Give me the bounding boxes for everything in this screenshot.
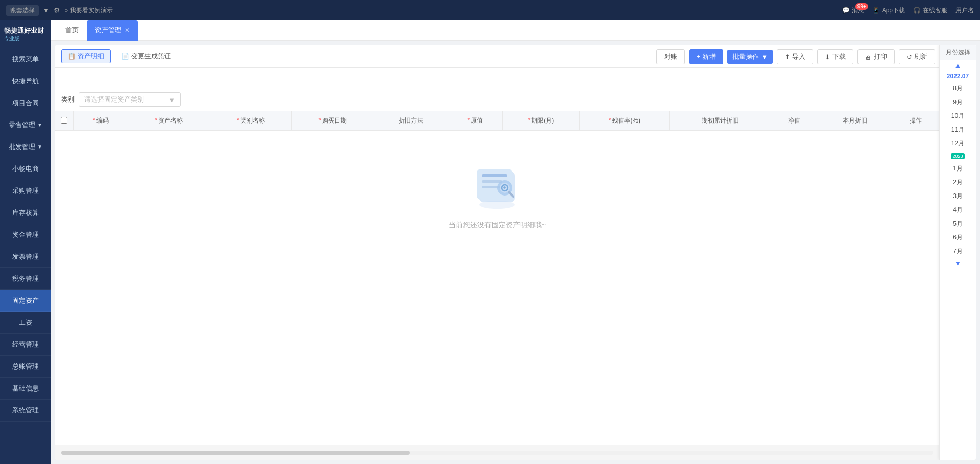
sub-tab-detail-label: 资产明细: [78, 52, 104, 61]
month-4[interactable]: 4月: [940, 203, 976, 217]
year-2023-badge: 2023: [951, 153, 964, 159]
col-code: *编码: [74, 111, 128, 131]
month-3[interactable]: 3月: [940, 189, 976, 203]
category-select-arrow-icon: ▼: [168, 96, 175, 104]
table-area: *编码 *资产名称 *类别名称 *购买日期 折旧方法 *原值 *期限(月) *残…: [55, 111, 939, 445]
month-11[interactable]: 11月: [940, 123, 976, 137]
account-title[interactable]: 账套选择: [6, 5, 39, 16]
sidebar-item-finance[interactable]: 资金管理: [0, 224, 51, 246]
message-icon: 💬: [842, 7, 850, 14]
month-9[interactable]: 9月: [940, 95, 976, 109]
month-panel-header: 月份选择: [940, 45, 976, 60]
sub-tabs: 📋 资产明细 📄 变更生成凭证 对账 + 新增 批量操作 ▼ ⬆ 导入: [55, 45, 976, 68]
month-nav-down[interactable]: ▼: [940, 258, 976, 268]
col-category: *类别名称: [210, 111, 291, 131]
category-select[interactable]: 请选择固定资产类别 ▼: [79, 92, 181, 107]
add-button[interactable]: + 新增: [689, 49, 723, 64]
tab-home[interactable]: 首页: [57, 20, 87, 41]
scrollbar-thumb: [61, 451, 410, 455]
empty-illustration: [467, 161, 528, 212]
svg-rect-3: [482, 174, 507, 177]
inner-page: 📋 资产明细 📄 变更生成凭证 对账 + 新增 批量操作 ▼ ⬆ 导入: [55, 45, 976, 460]
bottom-bar: [55, 445, 939, 460]
month-7[interactable]: 7月: [940, 245, 976, 258]
message-badge: 99+: [855, 3, 868, 10]
col-residual-rate: *残值率(%): [580, 111, 669, 131]
top-bar-right: 💬 消息 99+ 📱 App下载 🎧 在线客服 用户名: [842, 6, 974, 15]
sub-tab-voucher-label: 变更生成凭证: [131, 52, 171, 61]
month-5[interactable]: 5月: [940, 217, 976, 231]
sidebar-item-salary[interactable]: 工资: [0, 312, 51, 334]
sidebar-item-ledger[interactable]: 总账管理: [0, 356, 51, 378]
month-nav-up[interactable]: ▲: [940, 60, 976, 70]
content-area: 首页 资产管理 ✕ 📋 资产明细 📄 变更生成凭证 对账: [51, 20, 980, 464]
month-12[interactable]: 12月: [940, 137, 976, 151]
refresh-button[interactable]: ↺ 刷新: [899, 49, 935, 64]
sub-tab-detail[interactable]: 📋 资产明细: [61, 49, 111, 63]
voucher-icon: 📄: [121, 53, 129, 60]
sidebar-item-basic[interactable]: 基础信息: [0, 378, 51, 400]
sidebar-item-search[interactable]: 搜索菜单: [0, 48, 51, 70]
assets-table: *编码 *资产名称 *类别名称 *购买日期 折旧方法 *原值 *期限(月) *残…: [55, 111, 939, 131]
col-purchase-date: *购买日期: [292, 111, 374, 131]
month-2[interactable]: 2月: [940, 176, 976, 189]
settings-icon[interactable]: ⚙: [54, 6, 60, 14]
filter-category-label: 类别: [61, 95, 75, 104]
select-all-checkbox[interactable]: [61, 117, 67, 124]
month-6[interactable]: 6月: [940, 231, 976, 245]
sidebar-item-tax[interactable]: 税务管理: [0, 268, 51, 290]
print-button[interactable]: 🖨 打印: [857, 49, 895, 64]
table-header-row: *编码 *资产名称 *类别名称 *购买日期 折旧方法 *原值 *期限(月) *残…: [55, 111, 939, 131]
select-all-th: [55, 111, 74, 131]
sidebar-item-system[interactable]: 系统管理: [0, 400, 51, 422]
col-action: 操作: [892, 111, 939, 131]
sidebar-item-purchase[interactable]: 采购管理: [0, 180, 51, 202]
sidebar-item-invoice[interactable]: 发票管理: [0, 246, 51, 268]
sidebar-item-inventory[interactable]: 库存核算: [0, 202, 51, 224]
import-button[interactable]: ⬆ 导入: [777, 49, 813, 64]
account-dropdown-icon[interactable]: ▼: [43, 7, 50, 14]
col-monthly-depreciation: 本月折旧: [818, 111, 892, 131]
tab-assets-label: 资产管理: [95, 26, 121, 35]
sidebar-item-quicknav[interactable]: 快捷导航: [0, 70, 51, 92]
message-button[interactable]: 💬 消息 99+: [842, 6, 864, 15]
batch-button[interactable]: 批量操作 ▼: [727, 50, 773, 64]
top-bar: 账套选择 ▼ ⚙ ○ 我要看实例演示 💬 消息 99+ 📱 App下载 🎧 在线…: [0, 0, 980, 20]
reconcile-button[interactable]: 对账: [656, 49, 685, 64]
tab-assets[interactable]: 资产管理 ✕: [87, 20, 138, 41]
empty-text: 当前您还没有固定资产明细哦~: [449, 221, 546, 230]
sidebar-item-wholesale[interactable]: 批发管理 ▼: [0, 136, 51, 158]
tab-bar: 首页 资产管理 ✕: [51, 20, 980, 41]
col-accumulated: 期初累计折旧: [669, 111, 771, 131]
month-8[interactable]: 8月: [940, 82, 976, 95]
col-period: *期限(月): [502, 111, 579, 131]
batch-dropdown-icon: ▼: [761, 53, 768, 61]
import-icon: ⬆: [785, 53, 790, 61]
detail-icon: 📋: [68, 53, 76, 60]
customer-service-button[interactable]: 🎧 在线客服: [913, 6, 947, 15]
download-button[interactable]: ⬇ 下载: [817, 49, 853, 64]
month-10[interactable]: 10月: [940, 109, 976, 123]
brand: 畅捷通好业财 专业版: [0, 20, 51, 48]
sidebar-item-contract[interactable]: 项目合同: [0, 92, 51, 114]
sidebar-item-operations[interactable]: 经营管理: [0, 334, 51, 356]
svg-rect-4: [482, 180, 502, 183]
top-bar-left: 账套选择 ▼ ⚙ ○ 我要看实例演示: [6, 5, 837, 16]
sidebar: 畅捷通好业财 专业版 搜索菜单 快捷导航 项目合同 零售管理 ▼ 批发管理 ▼ …: [0, 20, 51, 464]
demo-link[interactable]: ○ 我要看实例演示: [64, 6, 113, 15]
empty-state: 当前您还没有固定资产明细哦~: [55, 131, 939, 260]
main-layout: 畅捷通好业财 专业版 搜索菜单 快捷导航 项目合同 零售管理 ▼ 批发管理 ▼ …: [0, 20, 980, 464]
user-button[interactable]: 用户名: [955, 6, 974, 15]
app-download-button[interactable]: 📱 App下载: [872, 6, 905, 15]
download-icon: ⬇: [825, 53, 830, 61]
tab-close-icon[interactable]: ✕: [125, 27, 130, 34]
refresh-icon: ↺: [906, 53, 912, 61]
headset-icon: 🎧: [913, 7, 921, 14]
year-2023-badge-row: 2023: [940, 151, 976, 162]
sidebar-item-assets[interactable]: 固定资产: [0, 290, 51, 312]
horizontal-scrollbar[interactable]: [61, 451, 933, 455]
sidebar-item-retail[interactable]: 零售管理 ▼: [0, 114, 51, 136]
sub-tab-voucher[interactable]: 📄 变更生成凭证: [115, 49, 178, 63]
sidebar-item-ecommerce[interactable]: 小畅电商: [0, 158, 51, 180]
month-1[interactable]: 1月: [940, 162, 976, 176]
